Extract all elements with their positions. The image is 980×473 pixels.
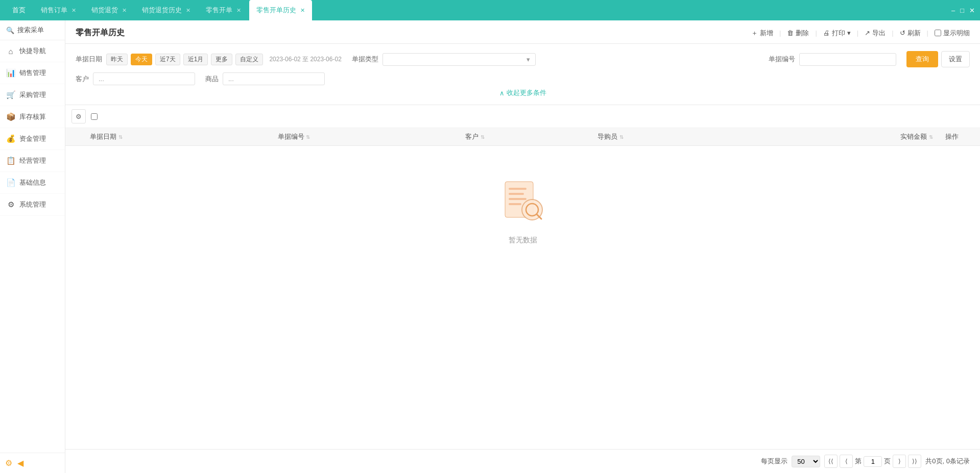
- tab-retail-open-history-label: 零售开单历史: [256, 6, 296, 15]
- empty-row: 暂无数据: [65, 146, 980, 276]
- date-btn-7days[interactable]: 近7天: [155, 54, 180, 65]
- sidebar-item-quick-nav-label: 快捷导航: [19, 46, 46, 56]
- page-prefix-label: 第: [855, 457, 862, 466]
- purchase-icon: 🛒: [6, 90, 15, 99]
- tab-list: 首页 销售订单 ✕ 销货退货 ✕ 销货退货历史 ✕ 零售开单 ✕ 零售开单历史 …: [5, 0, 951, 20]
- search-icon: 🔍: [6, 27, 14, 34]
- tab-sales-order-close[interactable]: ✕: [71, 7, 76, 14]
- tab-home[interactable]: 首页: [5, 0, 33, 20]
- col-doc-no-sort-icon: ⇅: [306, 134, 310, 140]
- operations-icon: 📋: [6, 156, 15, 165]
- system-icon: ⚙: [6, 200, 15, 209]
- minimize-button[interactable]: –: [951, 7, 955, 14]
- select-all-checkbox[interactable]: [91, 113, 98, 120]
- tab-retail-open-history[interactable]: 零售开单历史 ✕: [249, 0, 312, 20]
- close-button[interactable]: ✕: [969, 7, 975, 14]
- maximize-button[interactable]: □: [960, 7, 964, 14]
- doc-type-select[interactable]: ▾: [383, 53, 536, 66]
- pagination: 每页显示 50 20 100 ⟨⟨ ⟨ 第 1 页 ⟩ ⟩⟩ 共0页, 0条记录: [65, 449, 980, 473]
- page-input[interactable]: 1: [864, 456, 882, 467]
- goods-select[interactable]: ...: [223, 72, 325, 85]
- date-buttons: 昨天 今天 近7天 近1月 更多 自定义: [106, 54, 263, 65]
- print-icon: 🖨: [823, 29, 830, 37]
- col-customer[interactable]: 客户 ⇅: [459, 128, 591, 146]
- empty-svg: [497, 177, 548, 228]
- tab-sales-return-history[interactable]: 销货退货历史 ✕: [135, 0, 198, 20]
- date-btn-more[interactable]: 更多: [211, 54, 232, 65]
- sidebar-item-system-label: 系统管理: [19, 200, 46, 209]
- tab-sales-return[interactable]: 销货退货 ✕: [84, 0, 134, 20]
- col-amount[interactable]: 实销金额 ⇅: [751, 128, 939, 146]
- tab-retail-open[interactable]: 零售开单 ✕: [199, 0, 248, 20]
- tab-sales-return-close[interactable]: ✕: [122, 7, 127, 14]
- sidebar-search[interactable]: 🔍 搜索采单: [0, 20, 65, 40]
- customer-label: 客户: [76, 74, 89, 84]
- sidebar-item-purchase-mgmt[interactable]: 🛒 采购管理: [0, 84, 65, 106]
- col-date-sort-icon: ⇅: [118, 134, 123, 140]
- goods-filter: 商品 ...: [205, 72, 325, 85]
- svg-rect-3: [509, 198, 527, 200]
- collapse-filter-button[interactable]: ∧ 收起更多条件: [76, 85, 970, 97]
- date-btn-yesterday[interactable]: 昨天: [106, 54, 128, 65]
- data-table: 单据日期 ⇅ 单据编号 ⇅ 客户 ⇅ 导购员: [65, 128, 980, 276]
- svg-rect-4: [509, 203, 521, 205]
- empty-state: 暂无数据: [65, 146, 980, 276]
- delete-button[interactable]: 🗑 删除: [787, 29, 809, 38]
- customer-select[interactable]: ...: [93, 72, 195, 85]
- settings-button[interactable]: 设置: [941, 51, 970, 67]
- sidebar-collapse-icon[interactable]: ◀: [17, 458, 23, 468]
- date-btn-1month[interactable]: 近1月: [183, 54, 208, 65]
- print-button[interactable]: 🖨 打印 ▾: [823, 29, 851, 38]
- sidebar-item-sales-mgmt-label: 销售管理: [19, 68, 46, 78]
- col-doc-no[interactable]: 单据编号 ⇅: [272, 128, 460, 146]
- sidebar-item-quick-nav[interactable]: ⌂ 快捷导航: [0, 40, 65, 62]
- basic-info-icon: 📄: [6, 178, 15, 187]
- sidebar-search-label: 搜索采单: [17, 26, 44, 35]
- empty-text: 暂无数据: [509, 236, 537, 245]
- delete-icon: 🗑: [787, 29, 794, 37]
- doc-no-input[interactable]: [799, 53, 896, 66]
- sidebar-item-inventory[interactable]: 📦 库存核算: [0, 106, 65, 128]
- prev-page-button[interactable]: ⟨: [840, 455, 853, 468]
- query-button[interactable]: 查询: [906, 51, 938, 67]
- sales-icon: 📊: [6, 68, 15, 78]
- sidebar-item-inventory-label: 库存核算: [19, 112, 46, 121]
- page-nav: ⟨⟨ ⟨ 第 1 页 ⟩ ⟩⟩: [824, 455, 921, 468]
- export-button[interactable]: ↗ 导出: [865, 29, 886, 38]
- tab-sales-order[interactable]: 销售订单 ✕: [34, 0, 83, 20]
- tab-sales-return-history-close[interactable]: ✕: [186, 7, 190, 14]
- date-btn-custom[interactable]: 自定义: [235, 54, 263, 65]
- print-label: 打印: [832, 29, 845, 38]
- col-checkbox: [65, 128, 84, 146]
- table-header: 单据日期 ⇅ 单据编号 ⇅ 客户 ⇅ 导购员: [65, 128, 980, 146]
- col-amount-label: 实销金额: [900, 133, 927, 140]
- display-detail-button[interactable]: 显示明细: [935, 29, 970, 38]
- next-page-button[interactable]: ⟩: [893, 455, 906, 468]
- tab-retail-open-history-close[interactable]: ✕: [300, 7, 305, 14]
- main-layout: 🔍 搜索采单 ⌂ 快捷导航 📊 销售管理 🛒 采购管理 📦 库存核算 💰 资金管…: [0, 20, 980, 473]
- doc-no-label: 单据编号: [769, 55, 795, 64]
- sidebar-item-finance[interactable]: 💰 资金管理: [0, 128, 65, 150]
- tab-retail-open-close[interactable]: ✕: [236, 7, 241, 14]
- chevron-up-icon: ∧: [499, 89, 505, 97]
- sidebar-item-system[interactable]: ⚙ 系统管理: [0, 194, 65, 216]
- sidebar-item-operations[interactable]: 📋 经营管理: [0, 150, 65, 172]
- first-page-button[interactable]: ⟨⟨: [824, 455, 838, 468]
- last-page-button[interactable]: ⟩⟩: [908, 455, 921, 468]
- display-detail-checkbox[interactable]: [935, 30, 941, 36]
- table-settings-icon[interactable]: ⚙: [71, 109, 86, 123]
- col-date[interactable]: 单据日期 ⇅: [84, 128, 272, 146]
- sidebar-item-basic-info[interactable]: 📄 基础信息: [0, 172, 65, 194]
- add-button[interactable]: ＋ 新增: [751, 29, 773, 38]
- per-page-select[interactable]: 50 20 100: [792, 456, 820, 467]
- col-salesperson[interactable]: 导购员 ⇅: [591, 128, 751, 146]
- home-icon: ⌂: [6, 47, 15, 56]
- sidebar-item-finance-label: 资金管理: [19, 134, 46, 143]
- sidebar-settings-icon[interactable]: ⚙: [5, 458, 12, 468]
- refresh-button[interactable]: ↺ 刷新: [900, 29, 921, 38]
- per-page-label: 每页显示: [761, 457, 787, 466]
- sidebar-item-sales-mgmt[interactable]: 📊 销售管理: [0, 62, 65, 84]
- display-detail-label: 显示明细: [943, 29, 970, 38]
- date-btn-today[interactable]: 今天: [131, 54, 152, 65]
- tab-sales-return-label: 销货退货: [91, 6, 118, 15]
